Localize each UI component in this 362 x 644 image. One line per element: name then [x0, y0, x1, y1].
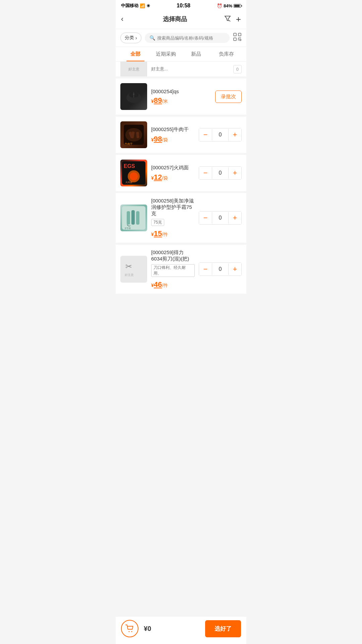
status-left: 中国移动 📶 ✳ — [121, 3, 150, 9]
svg-rect-19 — [136, 132, 139, 138]
search-input[interactable] — [157, 36, 225, 41]
svg-rect-28 — [131, 210, 135, 225]
qty-minus-0000257[interactable]: − — [199, 167, 212, 179]
product-thumb-0000254 — [120, 83, 147, 110]
product-action-0000258: − 0 + — [199, 211, 242, 225]
qty-minus-0000258[interactable]: − — [199, 212, 212, 224]
product-thumb-0000258: 护手霜 — [120, 204, 147, 231]
nav-title: 选择商品 — [163, 15, 187, 23]
product-name-0000255: [0000255]牛肉干 — [151, 126, 195, 133]
product-thumb-0000259: ✂ 好主意 — [120, 256, 147, 283]
tab-recent[interactable]: 近期采购 — [151, 47, 181, 61]
product-name-0000254: [0000254]qs — [151, 89, 211, 94]
back-button[interactable]: ‹ — [121, 13, 126, 25]
product-price-0000255: ¥98/袋 — [151, 135, 195, 143]
search-icon: 🔍 — [149, 35, 155, 41]
qty-display-0000259: 0 — [212, 264, 229, 275]
cart-total: ¥0 — [144, 625, 200, 633]
status-time: 10:58 — [177, 3, 190, 9]
svg-point-24 — [130, 172, 138, 180]
qty-control-0000257: − 0 + — [199, 166, 242, 180]
qty-plus-0000257[interactable]: + — [229, 167, 241, 179]
product-thumb-0000255: 牛肉干 — [120, 121, 147, 148]
tab-all[interactable]: 全部 — [120, 47, 151, 61]
svg-rect-3 — [234, 38, 236, 41]
svg-rect-2 — [238, 33, 241, 36]
status-right: ⏰ 84% — [217, 3, 241, 8]
svg-line-0 — [229, 20, 230, 21]
product-price-0000254: ¥89/米 — [151, 96, 211, 105]
svg-rect-1 — [234, 33, 236, 36]
search-input-wrap: 🔍 — [145, 33, 230, 43]
product-price-0000257: ¥12/袋 — [151, 173, 195, 182]
category-button[interactable]: 分类 › — [120, 33, 141, 43]
product-item: ✂ 好主意 [0000259]得力6034剪刀(混)(把) 刀口锋利、经久耐用、… — [116, 245, 246, 296]
confirm-button[interactable]: 选好了 — [205, 620, 241, 637]
partial-item-text: 好主意... — [151, 66, 168, 72]
svg-text:护手霜: 护手霜 — [124, 227, 131, 229]
product-action-0000255[interactable]: − 0 + — [199, 128, 242, 141]
product-item: 护手霜 [0000258]美加净滋润修护型护手霜75克 75克 ¥15/件 − … — [116, 193, 246, 245]
qty-control-0000255: − 0 + — [199, 128, 242, 141]
record-batch-button-0000254[interactable]: 录批次 — [215, 91, 242, 103]
qty-plus-0000259[interactable]: + — [229, 263, 241, 276]
svg-text:火鸡面: 火鸡面 — [125, 181, 132, 183]
product-info-0000259: [0000259]得力6034剪刀(混)(把) 刀口锋利、经久耐用、 ¥46/件 — [151, 249, 195, 289]
category-label: 分类 — [125, 35, 134, 41]
product-price-0000258: ¥15/件 — [151, 229, 195, 238]
product-tag-0000259: 刀口锋利、经久耐用、 — [151, 264, 195, 277]
filter-icon[interactable] — [224, 15, 231, 24]
battery-icon — [234, 4, 241, 8]
cart-button[interactable] — [121, 620, 138, 637]
product-thumb-0000257: EGS 火鸡面 — [120, 160, 147, 186]
product-list: [0000254]qs ¥89/米 录批次 牛肉干 [0000255]牛肉干 ¥… — [116, 78, 246, 323]
qty-minus-0000259[interactable]: − — [199, 263, 212, 276]
product-info-0000258: [0000258]美加净滋润修护型护手霜75克 75克 ¥15/件 — [151, 198, 195, 238]
battery-percent: 84% — [224, 3, 232, 8]
alarm-icon: ⏰ — [217, 3, 222, 8]
svg-text:好主意: 好主意 — [125, 273, 134, 277]
svg-rect-27 — [127, 211, 130, 225]
product-name-0000259: [0000259]得力6034剪刀(混)(把) — [151, 249, 195, 262]
product-price-0000259: ¥46/件 — [151, 280, 195, 289]
qty-control-0000259: − 0 + — [199, 262, 242, 276]
qty-display-0000257: 0 — [212, 167, 229, 179]
nav-actions: + — [224, 14, 241, 24]
wifi-icon: 📶 — [140, 3, 145, 8]
product-action-0000257: − 0 + — [199, 166, 242, 180]
svg-point-34 — [129, 631, 130, 632]
product-action-0000254: 录批次 — [215, 91, 242, 103]
product-info-0000255: [0000255]牛肉干 ¥98/袋 — [151, 126, 195, 143]
qty-plus-0000258[interactable]: + — [229, 212, 241, 224]
qty-minus-0000255[interactable]: − — [199, 128, 212, 141]
tab-negative[interactable]: 负库存 — [212, 47, 242, 61]
add-button[interactable]: + — [236, 14, 241, 24]
bottom-bar: ¥0 选好了 — [116, 616, 246, 644]
tab-new[interactable]: 新品 — [181, 47, 212, 61]
partial-thumb: 好主意 — [120, 62, 147, 78]
partial-thumb-placeholder: 好主意 — [120, 62, 147, 78]
category-arrow: › — [135, 35, 137, 41]
signal-icon: ✳ — [146, 3, 150, 8]
carrier-text: 中国移动 — [121, 3, 138, 9]
svg-text:✂: ✂ — [125, 262, 132, 271]
qty-plus-0000255[interactable]: + — [229, 128, 241, 141]
nav-bar: ‹ 选择商品 + — [116, 10, 246, 29]
product-info-0000257: [0000257]火鸡面 ¥12/袋 — [151, 165, 195, 182]
svg-point-35 — [131, 631, 132, 632]
scan-icon[interactable] — [233, 33, 242, 43]
product-name-0000257: [0000257]火鸡面 — [151, 165, 195, 171]
product-tag-0000258: 75克 — [151, 219, 164, 226]
product-item: EGS 火鸡面 [0000257]火鸡面 ¥12/袋 − 0 + — [116, 155, 246, 193]
product-item: 牛肉干 [0000255]牛肉干 ¥98/袋 − 0 + — [116, 117, 246, 155]
qty-control-0000258: − 0 + — [199, 211, 242, 225]
qty-display-0000258: 0 — [212, 212, 229, 224]
svg-rect-29 — [136, 211, 139, 225]
product-name-0000258: [0000258]美加净滋润修护型护手霜75克 — [151, 198, 195, 217]
partial-item: 好主意 好主意... 0 — [116, 62, 246, 78]
product-action-0000259: − 0 + — [199, 262, 242, 276]
qty-display-0000255: 0 — [212, 129, 229, 140]
svg-text:牛肉干: 牛肉干 — [125, 142, 133, 145]
search-row: 分类 › 🔍 — [116, 29, 246, 47]
svg-text:EGS: EGS — [124, 163, 135, 169]
